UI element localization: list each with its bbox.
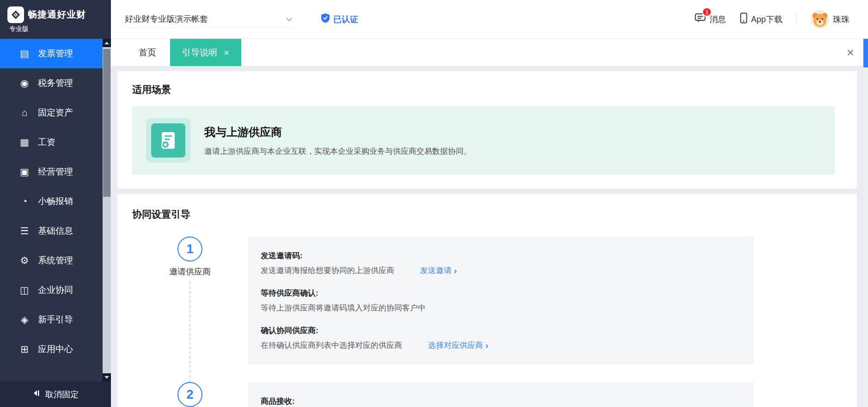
section-title-guide: 协同设置引导 bbox=[132, 208, 835, 221]
link-label: 发送邀请 bbox=[420, 265, 452, 276]
app-logo-icon bbox=[7, 6, 24, 23]
verified-badge: 已认证 bbox=[321, 13, 358, 25]
chevron-down-icon bbox=[286, 14, 293, 24]
tab-label: 引导说明 bbox=[182, 47, 217, 59]
sidebar-item-label: 企业协同 bbox=[38, 284, 73, 296]
banner-description: 邀请上游供应商与本企业互联，实现本企业采购业务与供应商交易数据协同。 bbox=[204, 146, 471, 157]
app-title: 畅捷通好业财 bbox=[28, 8, 86, 21]
unpin-label: 取消固定 bbox=[45, 389, 79, 400]
tab-guide[interactable]: 引导说明 × bbox=[170, 39, 241, 66]
step-2-number: 2 bbox=[177, 382, 202, 407]
list-icon: ☰ bbox=[18, 225, 31, 237]
account-selector[interactable]: 好业财专业版演示帐套 bbox=[123, 11, 295, 28]
sidebar-item-fixed-assets[interactable]: ⌂ 固定资产 bbox=[0, 98, 111, 128]
send-invite-link[interactable]: 发送邀请 › bbox=[420, 265, 457, 276]
messages-button[interactable]: 1 消息 bbox=[695, 13, 726, 25]
document-star-icon bbox=[151, 123, 185, 158]
main-scrollbar[interactable] bbox=[863, 39, 868, 407]
chevron-right-icon: › bbox=[454, 266, 457, 276]
gear-icon: ⚙ bbox=[18, 255, 31, 266]
main-area: 首页 引导说明 × × 适用场景 bbox=[111, 39, 868, 407]
step-1-indicator: 1 邀请供应商 bbox=[132, 237, 248, 382]
sidebar-item-label: 基础信息 bbox=[38, 225, 73, 237]
messages-label: 消息 bbox=[709, 14, 726, 25]
step-1-card: 发送邀请码: 发送邀请海报给想要协同的上游供应商 发送邀请 › bbox=[248, 237, 754, 364]
choose-supplier-link[interactable]: 选择对应供应商 › bbox=[428, 340, 488, 351]
page-content: 适用场景 bbox=[111, 67, 868, 407]
scroll-down-arrow[interactable] bbox=[103, 373, 111, 382]
sidebar-item-label: 系统管理 bbox=[38, 255, 73, 267]
collab-icon: ◫ bbox=[18, 285, 31, 296]
salary-icon: ▦ bbox=[18, 137, 31, 148]
guide-steps: 1 邀请供应商 发送邀请码: 发送邀请海报给想要协同的上游供应商 发送邀请 bbox=[132, 237, 835, 407]
verified-label: 已认证 bbox=[333, 14, 358, 25]
sidebar-item-basic-info[interactable]: ☰ 基础信息 bbox=[0, 216, 111, 246]
banner-title: 我与上游供应商 bbox=[204, 125, 471, 140]
supplier-doc-iconbox bbox=[146, 118, 190, 163]
app-download-button[interactable]: App下载 bbox=[740, 12, 782, 26]
scenario-banner: 我与上游供应商 邀请上游供应商与本企业互联，实现本企业采购业务与供应商交易数据协… bbox=[132, 106, 835, 175]
grid-icon: ⊞ bbox=[18, 344, 31, 355]
sidebar-item-invoice[interactable]: ▤ 发票管理 bbox=[0, 39, 111, 68]
avatar bbox=[811, 10, 829, 29]
user-name: 珠珠 bbox=[833, 14, 850, 25]
sidebar-item-label: 固定资产 bbox=[38, 107, 73, 119]
reimburse-icon: ◔ bbox=[18, 196, 31, 207]
tab-label: 首页 bbox=[139, 47, 156, 59]
messages-count-badge: 1 bbox=[702, 7, 712, 17]
topbar-divider bbox=[796, 13, 797, 25]
sidebar-item-label: 工资 bbox=[38, 136, 55, 148]
step-1-row: 1 邀请供应商 发送邀请码: 发送邀请海报给想要协同的上游供应商 发送邀请 bbox=[132, 237, 835, 382]
guide-card: 协同设置引导 1 邀请供应商 发送邀请码: bbox=[117, 194, 857, 407]
phone-icon bbox=[740, 12, 747, 26]
sidebar-item-label: 经营管理 bbox=[38, 166, 73, 178]
sidebar-item-label: 新手引导 bbox=[38, 314, 73, 326]
sidebar-nav: ▤ 发票管理 ◉ 税务管理 ⌂ 固定资产 ▦ 工资 ▣ 经营管理 ◔ 小畅报销 bbox=[0, 39, 111, 382]
sidebar-item-enterprise-collab[interactable]: ◫ 企业协同 bbox=[0, 275, 111, 305]
step-item-wait-confirm: 等待供应商确认: 等待上游供应商将邀请码填入对应的协同客户中 bbox=[261, 288, 741, 313]
banner-text: 我与上游供应商 邀请上游供应商与本企业互联，实现本企业采购业务与供应商交易数据协… bbox=[204, 125, 471, 157]
sidebar-item-newbie-guide[interactable]: ◈ 新手引导 bbox=[0, 305, 111, 334]
step-item-body: 等待上游供应商将邀请码填入对应的协同客户中 bbox=[261, 303, 426, 313]
guide-icon: ◈ bbox=[18, 314, 31, 325]
step-item-goods-receive: 商品接收: bbox=[261, 396, 741, 407]
step-1-label: 邀请供应商 bbox=[169, 266, 211, 277]
user-menu[interactable]: 珠珠 bbox=[811, 10, 850, 29]
sidebar-item-tax[interactable]: ◉ 税务管理 bbox=[0, 68, 111, 98]
scroll-up-arrow[interactable] bbox=[103, 39, 111, 47]
step-item-body: 发送邀请海报给想要协同的上游供应商 bbox=[261, 265, 394, 276]
main-scrollbar-thumb[interactable] bbox=[863, 39, 868, 67]
sidebar-item-business-mgmt[interactable]: ▣ 经营管理 bbox=[0, 157, 111, 187]
unpin-sidebar-button[interactable]: 取消固定 bbox=[0, 382, 111, 407]
sidebar-item-label: 小畅报销 bbox=[38, 195, 73, 207]
close-icon[interactable]: × bbox=[847, 46, 854, 59]
app-download-label: App下载 bbox=[751, 14, 782, 25]
sidebar-item-label: 发票管理 bbox=[38, 48, 73, 60]
topbar-actions: 1 消息 App下载 bbox=[695, 10, 868, 29]
step-item-heading: 等待供应商确认: bbox=[261, 288, 741, 298]
sidebar-scrollbar[interactable] bbox=[103, 39, 111, 382]
scenario-card: 适用场景 bbox=[117, 71, 857, 188]
sidebar-item-system-mgmt[interactable]: ⚙ 系统管理 bbox=[0, 246, 111, 275]
sidebar-item-app-center[interactable]: ⊞ 应用中心 bbox=[0, 334, 111, 364]
link-label: 选择对应供应商 bbox=[428, 340, 483, 351]
invoice-icon: ▤ bbox=[18, 48, 31, 59]
step-2-row: 2 商品接收: bbox=[132, 382, 835, 407]
step-2-card: 商品接收: bbox=[248, 382, 754, 407]
sidebar-item-label: 税务管理 bbox=[38, 77, 73, 89]
tab-bar: 首页 引导说明 × × bbox=[111, 39, 868, 67]
unpin-icon bbox=[32, 389, 41, 399]
sidebar-item-salary[interactable]: ▦ 工资 bbox=[0, 128, 111, 157]
section-title-scenario: 适用场景 bbox=[132, 83, 835, 96]
step-item-confirm-supplier: 确认协同供应商: 在待确认供应商列表中选择对应的供应商 选择对应供应商 › bbox=[261, 325, 741, 351]
shield-icon bbox=[321, 13, 330, 25]
app-logo: 畅捷通好业财 专业版 bbox=[0, 0, 111, 39]
sidebar-item-label: 应用中心 bbox=[38, 343, 73, 355]
tab-close-icon[interactable]: × bbox=[224, 48, 229, 57]
step-item-send-code: 发送邀请码: 发送邀请海报给想要协同的上游供应商 发送邀请 › bbox=[261, 250, 741, 276]
step-item-heading: 商品接收: bbox=[261, 396, 741, 407]
topbar: 畅捷通好业财 专业版 好业财专业版演示帐套 已认证 bbox=[0, 0, 868, 39]
sidebar-scrollbar-thumb[interactable] bbox=[103, 49, 110, 197]
sidebar-item-reimbursement[interactable]: ◔ 小畅报销 bbox=[0, 187, 111, 216]
tab-home[interactable]: 首页 bbox=[125, 39, 170, 66]
